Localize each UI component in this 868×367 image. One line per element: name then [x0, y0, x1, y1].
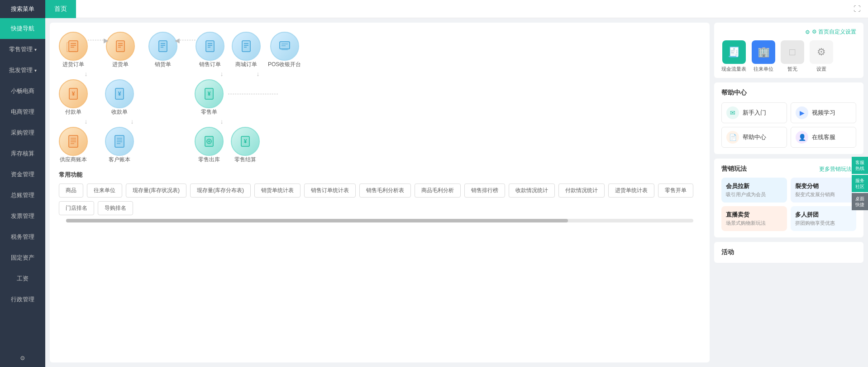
- svg-text:¥: ¥: [244, 138, 247, 145]
- marketing-item-多人拼团[interactable]: 多人拼团 拼团购物享受优惠: [791, 206, 856, 231]
- sidebar-item-label: 工资: [17, 275, 29, 283]
- scroll-area[interactable]: [59, 219, 701, 228]
- common-function-button[interactable]: 销货单统计表: [254, 184, 300, 198]
- svg-text:¥: ¥: [72, 91, 75, 97]
- workflow-row-3: 供应商账本: [59, 127, 701, 164]
- wf-node-receipt[interactable]: ¥ 收款单: [105, 79, 134, 116]
- mall-order-icon: [232, 32, 261, 61]
- common-functions-grid: 商品往来单位现存量(库存状况表)现存量(库存分布表)销货单统计表销售订单统计表销…: [59, 184, 701, 215]
- workflow-container: 进货订单 ▶: [59, 32, 701, 215]
- svg-rect-5: [116, 41, 124, 52]
- tab-home[interactable]: 首页: [45, 0, 76, 18]
- help-icon: 👤: [796, 131, 808, 144]
- sidebar-item-quick-nav[interactable]: 快捷导航: [0, 18, 45, 39]
- sidebar-item-wholesale[interactable]: 批发管理 ▾: [0, 60, 45, 81]
- supplier-ledger-icon: [59, 127, 88, 156]
- common-function-button[interactable]: 收款情况统计: [509, 184, 555, 198]
- marketing-header: 营销玩法 更多营销玩法 >: [721, 165, 856, 173]
- arrow-down-row-1: ↓ ↓ ↓: [59, 70, 701, 77]
- sidebar-item-label: 税务管理: [11, 233, 34, 241]
- float-btn-desktop-shortcut[interactable]: 桌面快捷: [852, 193, 868, 210]
- wf-node-purchase-order[interactable]: 进货订单: [59, 32, 88, 68]
- common-function-button[interactable]: 商品毛利分析: [415, 184, 461, 198]
- common-function-button[interactable]: 往来单位: [87, 184, 122, 198]
- sidebar-item-tax[interactable]: 税务管理: [0, 227, 45, 247]
- marketing-item-会员拉新[interactable]: 会员拉新 吸引用户成为会员: [721, 178, 787, 203]
- quick-nav-settings[interactable]: ⚙ ⚙ 首页自定义设置: [721, 28, 856, 36]
- wf-node-purchase-slip[interactable]: 进货单: [106, 32, 135, 68]
- quick-icon-暂无[interactable]: □ 暂无: [781, 40, 804, 72]
- wf-node-customer-ledger[interactable]: 客户账本: [105, 127, 134, 164]
- sidebar-item-label: 小畅电商: [11, 87, 34, 95]
- arrow-left-1: ◀: [177, 32, 196, 40]
- help-item-视频学习[interactable]: ▶ 视频学习: [791, 102, 856, 123]
- common-function-button[interactable]: 付款情况统计: [558, 184, 605, 198]
- common-functions: 常用功能 商品往来单位现存量(库存状况表)现存量(库存分布表)销货单统计表销售订…: [59, 171, 701, 215]
- common-function-button[interactable]: 零售开单: [658, 184, 693, 198]
- wf-node-sales-order[interactable]: 销售订单: [196, 32, 224, 68]
- help-item-帮助中心[interactable]: 📄 帮助中心: [721, 127, 787, 148]
- svg-rect-39: [69, 135, 78, 147]
- receipt-icon: ¥: [105, 79, 134, 108]
- sidebar-item-label: 电商管理: [11, 108, 34, 116]
- marketing-item-裂变分销[interactable]: 裂变分销 裂变式发展分销商: [791, 178, 856, 203]
- common-function-button[interactable]: 销售订单统计表: [304, 184, 356, 198]
- quick-icon-现金流量表[interactable]: 🧾 现金流量表: [721, 40, 746, 72]
- sidebar-item-ecommerce-mgmt[interactable]: 电商管理: [0, 101, 45, 122]
- sidebar-item-retail[interactable]: 零售管理 ▾: [0, 39, 45, 60]
- sidebar-item-label: 批发管理: [9, 66, 33, 74]
- quick-nav-section: ⚙ ⚙ 首页自定义设置 🧾 现金流量表 🏢 往来单位 □ 暂无 ⚙ 设置: [714, 23, 863, 78]
- marketing-item-直播卖货[interactable]: 直播卖货 场景式购物新玩法: [721, 206, 787, 231]
- sidebar-item-payroll[interactable]: 工资: [0, 268, 45, 289]
- common-function-button[interactable]: 门店排名: [59, 201, 94, 215]
- sidebar-item-label: 快捷导航: [11, 24, 34, 33]
- content-area: 进货订单 ▶: [45, 18, 868, 367]
- retail-outbound-icon: [195, 127, 224, 156]
- sidebar-settings[interactable]: ⚙: [0, 349, 45, 367]
- svg-rect-10: [159, 41, 167, 52]
- marketing-more-link[interactable]: 更多营销玩法 >: [819, 165, 856, 173]
- wf-node-supplier-ledger[interactable]: 供应商账本: [59, 127, 88, 164]
- activity-title: 活动: [721, 248, 856, 256]
- payment-icon: ¥: [59, 79, 88, 108]
- wf-node-pos[interactable]: POS收银开台: [268, 32, 301, 68]
- arrow-right-1: ▶: [88, 32, 106, 40]
- sidebar-item-inventory[interactable]: 库存核算: [0, 143, 45, 164]
- common-function-button[interactable]: 现存量(库存分布表): [190, 184, 251, 198]
- float-btn-customer-service[interactable]: 客服热线: [852, 157, 868, 174]
- quick-icon-设置[interactable]: ⚙ 设置: [810, 40, 833, 72]
- svg-rect-45: [115, 135, 124, 147]
- sidebar-item-invoice[interactable]: 发票管理: [0, 206, 45, 227]
- common-function-button[interactable]: 销售排行榜: [464, 184, 505, 198]
- sidebar-item-admin[interactable]: 行政管理: [0, 289, 45, 310]
- chevron-down-icon: ▾: [34, 47, 37, 52]
- common-function-button[interactable]: 商品: [59, 184, 83, 198]
- sidebar-item-fixed-assets[interactable]: 固定资产: [0, 247, 45, 268]
- wf-node-retail-settlement[interactable]: ¥ 零售结算: [231, 127, 260, 164]
- svg-text:¥: ¥: [208, 91, 211, 97]
- quick-icon-往来单位[interactable]: 🏢 往来单位: [752, 40, 775, 72]
- help-icon: 📄: [726, 131, 739, 144]
- common-function-button[interactable]: 现存量(库存状况表): [126, 184, 186, 198]
- customer-ledger-icon: [105, 127, 134, 156]
- help-item-在线客服[interactable]: 👤 在线客服: [791, 127, 856, 148]
- wf-node-sales-slip[interactable]: 销货单: [148, 32, 177, 68]
- wf-node-retail-outbound[interactable]: 零售出库: [195, 127, 224, 164]
- sidebar-item-ecommerce-small[interactable]: 小畅电商: [0, 81, 45, 101]
- quick-icon-box: □: [781, 40, 804, 64]
- common-function-button[interactable]: 导购排名: [98, 201, 133, 215]
- wf-node-retail-order[interactable]: ¥ 零售单: [195, 79, 224, 116]
- help-icon: ✉: [726, 106, 739, 119]
- common-function-button[interactable]: 销售毛利分析表: [359, 184, 411, 198]
- float-btn-service-community[interactable]: 服务社区: [852, 175, 868, 192]
- fullscreen-icon[interactable]: ⛶: [854, 5, 861, 13]
- sidebar-item-general-ledger[interactable]: 总账管理: [0, 185, 45, 206]
- common-function-button[interactable]: 进货单统计表: [608, 184, 654, 198]
- help-item-新手入门[interactable]: ✉ 新手入门: [721, 102, 787, 123]
- wf-node-mall-order[interactable]: 商城订单: [232, 32, 261, 68]
- sidebar-item-purchase[interactable]: 采购管理: [0, 122, 45, 143]
- sidebar-item-funds[interactable]: 资金管理: [0, 164, 45, 185]
- sidebar-item-label: 采购管理: [11, 129, 34, 137]
- search-menu-button[interactable]: 搜索菜单: [0, 0, 45, 18]
- wf-node-payment[interactable]: ¥ 付款单: [59, 79, 88, 116]
